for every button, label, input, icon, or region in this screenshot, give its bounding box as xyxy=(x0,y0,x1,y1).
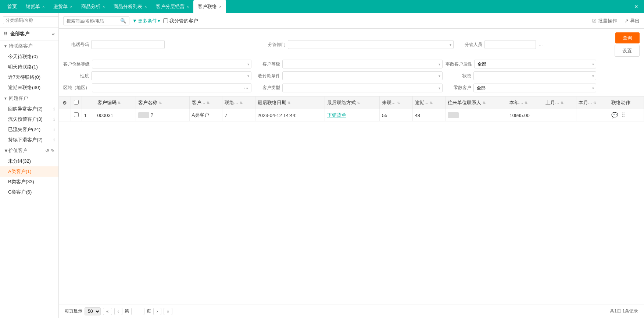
close-customer-contact-icon[interactable]: × xyxy=(219,4,221,9)
row-type: A类客户 xyxy=(192,112,210,118)
sidebar-item-repurchase-abnormal[interactable]: 回购异常客户(2) ℹ xyxy=(0,104,58,114)
page-size-select[interactable]: 50 xyxy=(85,307,101,315)
close-customer-tier-icon[interactable]: × xyxy=(187,4,189,9)
nav-tab-home[interactable]: 首页 xyxy=(3,0,21,13)
sidebar-item-today-pending[interactable]: 今天待联络(0) xyxy=(0,52,58,62)
info-churn-icon[interactable]: ℹ xyxy=(53,117,55,122)
sidebar-item-churned[interactable]: 已流失客户(24) ℹ xyxy=(0,124,58,135)
bottom-bar: 每页显示 50 « ‹ 第 1 页 › » 共1页 1条记录 xyxy=(59,304,644,318)
region-select-dots[interactable]: ··· xyxy=(92,83,251,92)
col-code-sort[interactable]: ⇅ xyxy=(118,101,121,105)
col-gear-header[interactable]: ⚙ xyxy=(59,96,71,109)
row-last-method-cell: 下销货单 xyxy=(325,109,379,121)
col-last-method-sort[interactable]: ⇅ xyxy=(357,101,360,105)
sidebar-group-problem[interactable]: ▼ 问题客户 xyxy=(0,93,58,104)
customer-grade-select[interactable] xyxy=(282,60,443,68)
col-contact-sort[interactable]: ⇅ xyxy=(240,101,243,105)
row-overdue: 48 xyxy=(415,113,420,118)
sidebar-item-churn-warning[interactable]: 流失预警客户(3) ℹ xyxy=(0,114,58,124)
retail-select[interactable]: 全部 xyxy=(473,84,596,92)
nav-tab-goods-analysis-list[interactable]: 商品分析列表 × xyxy=(109,0,151,13)
sidebar-item-unclassified[interactable]: 未分组(32) xyxy=(0,156,58,166)
phone-input[interactable] xyxy=(91,40,165,49)
last-page-button[interactable]: » xyxy=(164,308,173,315)
region-label: 区域（地区） xyxy=(63,85,90,91)
info-declining-icon[interactable]: ℹ xyxy=(53,138,55,142)
check-icon: ☑ xyxy=(592,18,597,24)
nav-tab-goods-analysis[interactable]: 商品分析 × xyxy=(77,0,109,13)
col-overdue-sort[interactable]: ⇅ xyxy=(430,101,433,105)
sidebar-item-tomorrow-pending[interactable]: 明天待联络(1) xyxy=(0,62,58,72)
nav-tab-customer-contact[interactable]: 客户联络 × xyxy=(193,0,226,13)
close-purchase-icon[interactable]: × xyxy=(70,4,72,9)
col-type-sort[interactable]: ⇅ xyxy=(207,101,210,105)
col-contact-label: 联络... xyxy=(225,100,238,105)
edit-value-icon[interactable]: ✎ xyxy=(51,148,55,153)
my-customer-label: 我分管的客户 xyxy=(169,18,198,24)
next-page-button[interactable]: › xyxy=(153,308,161,315)
filter-row-3: 性质 ▾ 收付款条件 ▾ 状态 xyxy=(63,71,640,80)
nature-select[interactable] xyxy=(91,71,251,80)
row-last-method[interactable]: 下销货单 xyxy=(327,112,346,118)
row-check-cell xyxy=(71,109,82,121)
status-select[interactable] xyxy=(473,71,596,80)
filter-more-btn[interactable]: ▼ 更多条件 ▾ xyxy=(132,18,160,24)
manager-more-icon[interactable]: ... xyxy=(539,42,543,47)
col-not-contact-sort[interactable]: ⇅ xyxy=(397,101,400,105)
filter-search-input[interactable] xyxy=(67,18,120,24)
filter-more-label: 更多条件 xyxy=(138,18,157,24)
row-not-contact: 55 xyxy=(382,113,387,118)
info-churned-icon[interactable]: ℹ xyxy=(53,127,55,132)
sidebar-group-pending[interactable]: ▼ 待联络客户 xyxy=(0,40,58,52)
query-buttons: 查询 设置 xyxy=(615,32,640,57)
select-all-checkbox[interactable] xyxy=(74,100,79,105)
page-input[interactable]: 1 xyxy=(131,308,144,315)
price-grade-select[interactable] xyxy=(92,60,251,68)
info-repurchase-icon[interactable]: ℹ xyxy=(53,107,55,112)
settings-button[interactable]: 设置 xyxy=(615,45,640,57)
sidebar-item-declining[interactable]: 持续下滑客户(2) ℹ xyxy=(0,135,58,145)
sidebar-item-class-c[interactable]: C类客户(6) xyxy=(0,187,58,197)
prev-page-button[interactable]: ‹ xyxy=(114,308,122,315)
nav-tab-sales[interactable]: 销货单 × xyxy=(21,0,49,13)
window-close-button[interactable]: × xyxy=(631,3,641,11)
sidebar-group-value-label-part[interactable]: ▼ 价值客户 xyxy=(4,147,28,154)
dept-select[interactable] xyxy=(288,40,454,49)
row-checkbox[interactable] xyxy=(74,112,79,117)
col-overdue-label: 逾期... xyxy=(415,100,429,105)
col-last-date-sort[interactable]: ⇅ xyxy=(287,101,290,105)
query-button[interactable]: 查询 xyxy=(615,32,640,43)
col-this-year-sort[interactable]: ⇅ xyxy=(525,101,527,105)
col-last-month-sort[interactable]: ⇅ xyxy=(561,101,564,105)
payment-select[interactable] xyxy=(282,71,443,80)
col-last-method-header: 最后联络方式 ⇅ xyxy=(325,96,379,109)
grid-action-icon[interactable]: ⠿ xyxy=(621,112,625,119)
close-goods-analysis-icon[interactable]: × xyxy=(103,4,105,9)
refresh-value-icon[interactable]: ↺ xyxy=(45,148,49,153)
nav-tab-customer-tier[interactable]: 客户分层经营 × xyxy=(151,0,193,13)
sidebar-collapse-icon[interactable]: « xyxy=(52,31,55,37)
my-customer-checkbox[interactable] xyxy=(163,18,168,23)
sidebar-search-input[interactable] xyxy=(3,16,59,24)
col-name-sort[interactable]: ⇅ xyxy=(159,101,162,105)
col-this-month-sort[interactable]: ⇅ xyxy=(593,101,596,105)
nav-tab-purchase[interactable]: 进货单 × xyxy=(49,0,76,13)
filter-row-1: 电话号码 分管部门 ▾ 分管人员 ... 查询 设置 xyxy=(63,32,640,57)
sidebar-item-class-a[interactable]: A类客户(1) xyxy=(0,166,58,177)
chat-action-icon[interactable]: 💬 xyxy=(611,112,618,119)
filter-form: 电话号码 分管部门 ▾ 分管人员 ... 查询 设置 xyxy=(59,29,644,96)
close-goods-list-icon[interactable]: × xyxy=(144,4,147,9)
retail-attr-select[interactable]: 全部 xyxy=(474,60,596,68)
col-unit-contact-sort[interactable]: ⇅ xyxy=(483,101,486,105)
close-sales-icon[interactable]: × xyxy=(42,4,44,9)
filter-search-icon[interactable]: 🔍 xyxy=(120,18,126,24)
manager-input[interactable] xyxy=(484,40,536,49)
sidebar-item-class-b[interactable]: B类客户(33) xyxy=(0,177,58,187)
sidebar-item-overdue-pending[interactable]: 逾期未联络(30) xyxy=(0,82,58,93)
sidebar-item-week-pending[interactable]: 近7天待联络(0) xyxy=(0,72,58,82)
batch-operation-btn[interactable]: ☑ 批量操作 xyxy=(592,18,617,24)
customer-type-select[interactable] xyxy=(282,84,443,92)
first-page-button[interactable]: « xyxy=(103,308,112,315)
export-btn[interactable]: ↗ 导出 xyxy=(625,18,640,24)
col-this-year-label: 本年... xyxy=(509,100,523,105)
